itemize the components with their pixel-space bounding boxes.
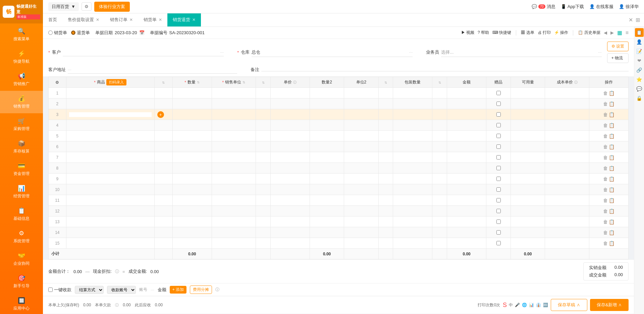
amount-cell-2[interactable] [447, 99, 486, 109]
delete-btn-11[interactable]: 🗑 [603, 198, 608, 203]
sidebar-item-cooperation[interactable]: 🤝 企业协同 [0, 248, 43, 270]
product-input-3[interactable] [69, 112, 152, 117]
pack-qty-cell-3[interactable] [393, 109, 432, 120]
product-cell-5[interactable] [66, 131, 154, 141]
cost-cell-11[interactable] [545, 195, 589, 206]
gift-cell-2[interactable] [486, 99, 511, 109]
user-avatar-btn[interactable]: 👤 徐泽华 [619, 4, 639, 10]
select-btn[interactable]: ☰ 选单 [521, 30, 534, 36]
tab-sales-order[interactable]: 销售订单 ✕ [105, 13, 138, 26]
qty2-cell-7[interactable] [310, 152, 344, 163]
customer-input[interactable]: ··· [63, 48, 224, 56]
qty-cell-2[interactable] [172, 99, 212, 109]
app-download-btn[interactable]: 📱 App下载 [561, 4, 584, 10]
tab-sales[interactable]: 销货单 ✕ [138, 13, 167, 26]
delete-btn-6[interactable]: 🗑 [603, 144, 608, 149]
tool-icon-6[interactable]: ⭐ [635, 75, 644, 84]
gift-cell-4[interactable] [486, 120, 511, 131]
unit2-cell-8[interactable] [344, 163, 378, 174]
price-cell-1[interactable] [271, 88, 310, 99]
price-cell-7[interactable] [271, 152, 310, 163]
unit2-cell-12[interactable] [344, 206, 378, 216]
delete-btn-14[interactable]: 🗑 [603, 230, 608, 235]
payment-checkbox[interactable] [48, 288, 53, 292]
product-cell-12[interactable] [66, 206, 154, 216]
available-cell-4[interactable] [511, 120, 545, 131]
logistics-right-btn[interactable]: + 物流 [607, 53, 629, 63]
cost-cell-4[interactable] [545, 120, 589, 131]
delete-btn-5[interactable]: 🗑 [603, 133, 608, 139]
pack-qty-cell-15[interactable] [393, 238, 432, 249]
video-btn[interactable]: ▶ 视频 [461, 30, 474, 36]
pack-qty-cell-6[interactable] [393, 141, 432, 152]
unit-cell-15[interactable] [212, 238, 256, 249]
copy-btn-14[interactable]: 📋 [609, 230, 614, 235]
history-btn[interactable]: 📋 历史单据 [578, 30, 600, 36]
sidebar-item-basic[interactable]: 📋 基础信息 [0, 203, 43, 226]
pack-qty-cell-5[interactable] [393, 131, 432, 141]
qty2-cell-4[interactable] [310, 120, 344, 131]
gift-cell-14[interactable] [486, 227, 511, 238]
gift-checkbox-8[interactable] [496, 166, 501, 170]
status-icon-3[interactable]: 🌐 [522, 303, 527, 307]
sidebar-item-inventory[interactable]: 📦 库存核算 [0, 136, 43, 158]
qty2-cell-1[interactable] [310, 88, 344, 99]
product-cell-15[interactable] [66, 238, 154, 249]
sidebar-item-system[interactable]: ⚙ 系统管理 [0, 226, 43, 248]
status-icon-6[interactable]: 🔤 [543, 303, 548, 307]
delete-btn-9[interactable]: 🗑 [603, 176, 608, 182]
fee-split-btn[interactable]: 费用分摊 [190, 286, 212, 294]
product-cell-2[interactable] [66, 99, 154, 109]
amount-cell-15[interactable] [447, 238, 486, 249]
cost-cell-12[interactable] [545, 206, 589, 216]
product-cell-14[interactable] [66, 227, 154, 238]
delete-btn-1[interactable]: 🗑 [603, 90, 608, 96]
status-icon-5[interactable]: 👔 [536, 303, 541, 307]
th-sort4[interactable]: ⇅ [432, 77, 447, 88]
price-cell-5[interactable] [271, 131, 310, 141]
qty-cell-15[interactable] [172, 238, 212, 249]
copy-btn-11[interactable]: 📋 [609, 198, 614, 203]
available-cell-5[interactable] [511, 131, 545, 141]
delete-btn-3[interactable]: 🗑 [603, 112, 608, 117]
th-sort2[interactable]: ⇅ [256, 77, 271, 88]
amount-cell-14[interactable] [447, 227, 486, 238]
gift-cell-7[interactable] [486, 152, 511, 163]
cost-cell-10[interactable] [545, 184, 589, 195]
cost-cell-14[interactable] [545, 227, 589, 238]
gift-checkbox-11[interactable] [496, 198, 501, 202]
amount-cell-1[interactable] [447, 88, 486, 99]
gift-cell-9[interactable] [486, 174, 511, 184]
gear-button[interactable]: ⚙ [82, 2, 92, 11]
unit2-cell-5[interactable] [344, 131, 378, 141]
pack-qty-cell-2[interactable] [393, 99, 432, 109]
gift-cell-10[interactable] [486, 184, 511, 195]
sidebar-item-guide[interactable]: 🎯 新手引导 [0, 270, 43, 293]
product-cell-4[interactable] [66, 120, 154, 131]
delete-btn-7[interactable]: 🗑 [603, 155, 608, 160]
warehouse-input[interactable]: 总仓 ··· [252, 48, 413, 57]
product-cell-8[interactable] [66, 163, 154, 174]
delete-btn-2[interactable]: 🗑 [603, 101, 608, 107]
available-cell-13[interactable] [511, 216, 545, 227]
qty2-cell-14[interactable] [310, 227, 344, 238]
product-cell-10[interactable] [66, 184, 154, 195]
copy-btn-2[interactable]: 📋 [609, 101, 614, 107]
shortcut-btn[interactable]: ⌨ 快捷键 [492, 30, 511, 36]
amount-cell-13[interactable] [447, 216, 486, 227]
tool-icon-1[interactable]: 📋 [635, 28, 644, 37]
price-cell-9[interactable] [271, 174, 310, 184]
delete-btn-8[interactable]: 🗑 [603, 166, 608, 171]
th-settings[interactable]: ⚙ [49, 77, 66, 88]
unit-cell-5[interactable] [212, 131, 256, 141]
calendar-icon[interactable]: 📅 [139, 30, 145, 35]
unit-cell-3[interactable] [212, 109, 256, 120]
pack-qty-cell-9[interactable] [393, 174, 432, 184]
unit-cell-10[interactable] [212, 184, 256, 195]
unit2-cell-1[interactable] [344, 88, 378, 99]
radio-sales-input[interactable] [48, 30, 53, 35]
tab-sales-order-close[interactable]: ✕ [129, 17, 133, 22]
price-cell-4[interactable] [271, 120, 310, 131]
pack-qty-cell-1[interactable] [393, 88, 432, 99]
settings-right-btn[interactable]: ⚙ 设置 [607, 42, 629, 51]
